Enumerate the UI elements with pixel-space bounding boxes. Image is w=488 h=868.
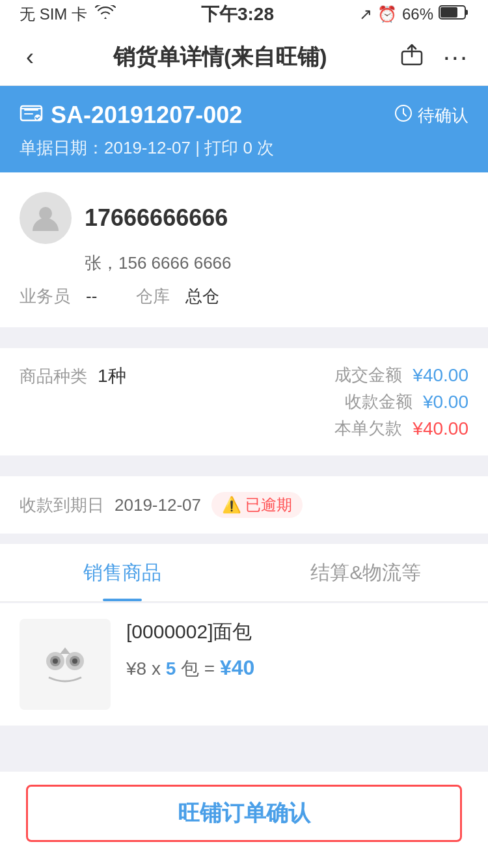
status-left: 无 SIM 卡 <box>20 4 116 25</box>
back-button[interactable]: ‹ <box>20 37 40 77</box>
received-value: ¥0.00 <box>423 392 468 413</box>
warehouse-meta: 仓库 总仓 <box>136 285 219 308</box>
category-value: 1种 <box>98 364 126 388</box>
customer-name: 张，156 6666 6666 <box>20 252 468 275</box>
nav-actions: ··· <box>400 42 468 72</box>
category-label: 商品种类 <box>20 365 87 388</box>
order-status: 待确认 <box>394 104 468 127</box>
summary-row: 商品种类 1种 成交金额 ¥40.00 收款金额 ¥0.00 本单欠款 ¥40.… <box>20 364 468 440</box>
status-right: ↗ ⏰ 66% <box>359 5 468 24</box>
price-separator: x <box>152 658 166 679</box>
status-time: 下午3:28 <box>201 2 274 27</box>
due-date-row: 收款到期日 2019-12-07 ⚠️ 已逾期 <box>20 492 468 518</box>
owed-row: 本单欠款 ¥40.00 <box>334 417 468 440</box>
received-label: 收款金额 <box>345 390 413 413</box>
product-total: ¥40 <box>220 656 254 679</box>
due-date-card: 收款到期日 2019-12-07 ⚠️ 已逾期 <box>0 476 488 534</box>
customer-phone: 17666666666 <box>85 204 228 232</box>
page-title: 销货单详情(来自旺铺) <box>113 42 327 72</box>
sales-value: -- <box>86 286 97 306</box>
product-name: [0000002]面包 <box>126 619 468 645</box>
location-icon: ↗ <box>359 5 372 23</box>
summary-card: 商品种类 1种 成交金额 ¥40.00 收款金额 ¥0.00 本单欠款 ¥40.… <box>0 348 488 455</box>
divider-1 <box>0 338 488 348</box>
divider-2 <box>0 466 488 476</box>
nav-bar: ‹ 销货单详情(来自旺铺) ··· <box>0 29 488 86</box>
amount-value: ¥40.00 <box>413 365 468 386</box>
summary-right: 成交金额 ¥40.00 收款金额 ¥0.00 本单欠款 ¥40.00 <box>334 364 468 440</box>
customer-row: 17666666666 <box>20 192 468 244</box>
overdue-text: 已逾期 <box>245 495 292 515</box>
order-date: 单据日期：2019-12-07 | 打印 0 次 <box>20 137 468 159</box>
alarm-icon: ⏰ <box>377 5 397 23</box>
amount-label: 成交金额 <box>334 364 402 387</box>
order-header-banner: SA-20191207-002 待确认 单据日期：2019-12-07 | 打印… <box>0 86 488 172</box>
product-unit: 包 <box>181 658 199 679</box>
sales-meta: 业务员 -- <box>20 285 97 308</box>
customer-card: 17666666666 张，156 6666 6666 业务员 -- 仓库 总仓 <box>0 172 488 327</box>
svg-point-13 <box>72 658 77 664</box>
svg-rect-1 <box>465 10 468 15</box>
due-date-label: 收款到期日 <box>20 494 104 517</box>
customer-meta: 业务员 -- 仓库 总仓 <box>20 285 468 308</box>
summary-left: 商品种类 1种 <box>20 364 126 388</box>
warehouse-label: 仓库 <box>136 285 170 308</box>
bottom-action: 旺铺订单确认 <box>0 772 488 868</box>
share-icon[interactable] <box>400 43 424 72</box>
battery-text: 66% <box>402 5 433 23</box>
warehouse-value: 总仓 <box>185 285 219 308</box>
sales-label: 业务员 <box>20 285 70 308</box>
svg-point-12 <box>53 658 58 664</box>
order-icon <box>20 102 43 129</box>
tabs-container: 销售商品 结算&物流等 <box>0 544 488 602</box>
overdue-badge: ⚠️ 已逾期 <box>211 492 303 518</box>
due-date-value: 2019-12-07 <box>115 495 201 515</box>
wifi-icon <box>95 5 116 23</box>
product-qty: 5 <box>166 658 176 679</box>
tab-sales-products[interactable]: 销售商品 <box>0 544 244 601</box>
svg-rect-2 <box>441 7 457 18</box>
order-id: SA-20191207-002 <box>20 102 242 129</box>
product-price-row: ¥8 x 5 包 = ¥40 <box>126 656 468 681</box>
product-thumbnail <box>20 619 111 710</box>
order-id-row: SA-20191207-002 待确认 <box>20 102 468 129</box>
more-icon[interactable]: ··· <box>443 42 468 72</box>
customer-avatar <box>20 192 72 244</box>
equals-sign: = <box>204 658 220 679</box>
tab-label-sales: 销售商品 <box>83 560 161 586</box>
tab-label-settlement: 结算&物流等 <box>310 560 421 586</box>
product-info: [0000002]面包 ¥8 x 5 包 = ¥40 <box>126 619 468 681</box>
warning-icon: ⚠️ <box>222 496 241 514</box>
amount-row: 成交金额 ¥40.00 <box>334 364 468 387</box>
owed-value: ¥40.00 <box>413 418 468 439</box>
product-card: [0000002]面包 ¥8 x 5 包 = ¥40 <box>0 603 488 726</box>
product-price: ¥8 <box>126 658 146 679</box>
confirm-button[interactable]: 旺铺订单确认 <box>26 785 462 842</box>
tab-settlement[interactable]: 结算&物流等 <box>244 544 488 601</box>
tab-underline <box>103 599 142 601</box>
no-sim-text: 无 SIM 卡 <box>20 4 87 25</box>
status-bar: 无 SIM 卡 下午3:28 ↗ ⏰ 66% <box>0 0 488 29</box>
owed-label: 本单欠款 <box>334 417 402 440</box>
received-row: 收款金额 ¥0.00 <box>345 390 468 413</box>
battery-icon <box>439 5 468 24</box>
clock-icon <box>394 104 413 127</box>
